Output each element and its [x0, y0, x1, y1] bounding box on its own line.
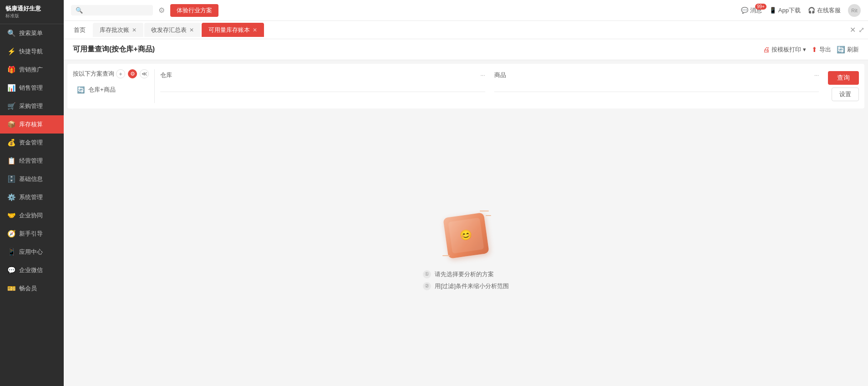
tip-text-1: 请先选择要分析的方案	[435, 270, 494, 278]
tip-number-1: ①	[423, 270, 431, 278]
filter-area: 按以下方案查询 ＋ ⚙ ≪ 🔄 仓库+商品 仓库 ···	[67, 64, 864, 108]
sidebar: 畅康通好生意 标准版 🔍 搜索菜单 ⚡ 快捷导航 🎁 营销推广 📊 销售管理 🛒…	[0, 0, 64, 386]
sidebar-item-purchase[interactable]: 🛒 采购管理	[0, 97, 64, 115]
sidebar-item-base[interactable]: 🗄️ 基础信息	[0, 170, 64, 188]
sidebar-icon-shortcut: ⚡	[7, 47, 15, 56]
product-filter-field: 商品 ···	[494, 71, 819, 92]
query-button[interactable]: 查询	[828, 71, 859, 85]
sidebar-icon-membership: 🎫	[7, 284, 15, 293]
settings-gear-icon[interactable]: ⚙	[158, 6, 165, 15]
logo-title: 畅康通好生意	[5, 5, 58, 13]
tab-receive-summary[interactable]: 收发存汇总表✕	[144, 23, 201, 37]
refresh-button[interactable]: 🔄 刷新	[837, 46, 859, 54]
collapse-scheme-button[interactable]: ≪	[140, 69, 149, 78]
filter-fields: 仓库 ··· 商品 ··· 查询 设置	[160, 69, 859, 103]
sidebar-item-search[interactable]: 🔍 搜索菜单	[0, 24, 64, 42]
sidebar-item-system[interactable]: ⚙️ 系统管理	[0, 188, 64, 206]
sidebar-item-inventory[interactable]: 📦 库存核算	[0, 115, 64, 134]
sidebar-item-sales[interactable]: 📊 销售管理	[0, 79, 64, 97]
warehouse-input[interactable]	[160, 81, 485, 92]
sidebar-icon-operation: 📋	[7, 157, 15, 165]
sidebar-icon-search: 🔍	[7, 29, 15, 37]
sidebar-icon-marketing-promote: 🎁	[7, 66, 15, 74]
main-content: 🔍 ⚙ 体验行业方案 💬 消息 99+ 📱 App下载 🎧 在线客服 Rit	[64, 0, 868, 386]
sidebar-item-marketing-promote[interactable]: 🎁 营销推广	[0, 61, 64, 79]
tab-available-ledger[interactable]: 可用量库存账本✕	[202, 23, 264, 37]
page-body: 可用量查询(按仓库+商品) 🖨 按模板打印 ▾ ⬆ 导出 🔄 刷新	[64, 39, 868, 386]
tab-close-batch-account[interactable]: ✕	[132, 27, 137, 33]
sidebar-item-finance[interactable]: 💰 资金管理	[0, 134, 64, 152]
tab-close-receive-summary[interactable]: ✕	[189, 27, 194, 33]
sidebar-label-shortcut: 快捷导航	[19, 47, 43, 56]
trial-button[interactable]: 体验行业方案	[170, 4, 218, 17]
tab-home[interactable]: 首页	[67, 23, 92, 37]
sidebar-icon-enterprise: 🤝	[7, 211, 15, 220]
sidebar-label-operation: 经营管理	[19, 157, 43, 165]
message-icon: 💬	[741, 7, 748, 14]
user-avatar[interactable]: Rit	[848, 4, 861, 17]
empty-state: 😊 ① 请先选择要分析的方案 ② 用[过滤]条件来缩小分析范围	[64, 112, 868, 386]
tab-label-batch-account: 库存批次账	[100, 26, 129, 34]
app-download-button[interactable]: 📱 App下载	[769, 6, 801, 15]
print-button[interactable]: 🖨 按模板打印 ▾	[763, 46, 806, 54]
sidebar-label-finance: 资金管理	[19, 139, 43, 147]
sidebar-icon-inventory: 📦	[7, 120, 15, 129]
sidebar-label-wechat: 企业微信	[19, 266, 43, 274]
logo-sub: 标准版	[5, 13, 58, 19]
filter-schemes-label: 按以下方案查询	[73, 70, 114, 78]
search-icon: 🔍	[76, 7, 83, 14]
empty-tip-1: ① 请先选择要分析的方案	[423, 270, 509, 278]
empty-state-tips: ① 请先选择要分析的方案 ② 用[过滤]条件来缩小分析范围	[423, 270, 509, 290]
maximize-tab-button[interactable]: ⤢	[858, 26, 864, 34]
warehouse-label-text: 仓库	[160, 71, 172, 79]
scheme-warehouse-product[interactable]: 🔄 仓库+商品	[73, 83, 149, 97]
print-label: 按模板打印	[772, 46, 801, 54]
product-field-label: 商品 ···	[494, 71, 819, 79]
service-icon: 🎧	[808, 7, 815, 14]
sidebar-item-membership[interactable]: 🎫 畅会员	[0, 279, 64, 298]
sidebar-scroll: 🔍 搜索菜单 ⚡ 快捷导航 🎁 营销推广 📊 销售管理 🛒 采购管理 📦 库存核…	[0, 24, 64, 386]
sidebar-item-enterprise[interactable]: 🤝 企业协同	[0, 206, 64, 225]
tab-label-home: 首页	[74, 26, 86, 34]
topbar-search-box: 🔍	[71, 5, 153, 15]
messages-button[interactable]: 💬 消息 99+	[741, 6, 762, 15]
sidebar-item-operation[interactable]: 📋 经营管理	[0, 152, 64, 170]
sidebar-label-search: 搜索菜单	[19, 29, 43, 37]
scheme-label: 仓库+商品	[88, 86, 116, 94]
app-icon: 📱	[769, 7, 777, 14]
app-download-label: App下载	[778, 6, 801, 15]
sidebar-label-sales: 销售管理	[19, 84, 43, 92]
product-input[interactable]	[494, 81, 819, 92]
sidebar-item-wechat[interactable]: 💬 企业微信	[0, 261, 64, 279]
sidebar-item-shortcut[interactable]: ⚡ 快捷导航	[0, 42, 64, 61]
warehouse-more-button[interactable]: ···	[480, 72, 485, 78]
tab-batch-account[interactable]: 库存批次账✕	[93, 23, 143, 37]
export-button[interactable]: ⬆ 导出	[812, 46, 831, 54]
sidebar-icon-app-center: 📱	[7, 248, 15, 256]
filter-schemes-header: 按以下方案查询 ＋ ⚙ ≪	[73, 69, 149, 78]
product-more-button[interactable]: ···	[814, 72, 819, 78]
sidebar-label-enterprise: 企业协同	[19, 211, 43, 220]
warehouse-field-label: 仓库 ···	[160, 71, 485, 79]
page-header-actions: 🖨 按模板打印 ▾ ⬆ 导出 🔄 刷新	[763, 46, 859, 54]
add-scheme-button[interactable]: ＋	[116, 69, 125, 78]
product-label-text: 商品	[494, 71, 506, 79]
sidebar-label-marketing-promote: 营销推广	[19, 66, 43, 74]
settings-button[interactable]: 设置	[832, 87, 859, 101]
online-service-button[interactable]: 🎧 在线客服	[808, 6, 841, 15]
topbar: 🔍 ⚙ 体验行业方案 💬 消息 99+ 📱 App下载 🎧 在线客服 Rit	[64, 0, 868, 21]
sidebar-item-app-center[interactable]: 📱 应用中心	[0, 243, 64, 261]
scheme-icon: 🔄	[76, 86, 85, 94]
sidebar-label-system: 系统管理	[19, 193, 43, 201]
page-title: 可用量查询(按仓库+商品)	[73, 45, 155, 54]
messages-badge: 99+	[755, 4, 766, 10]
search-input[interactable]	[86, 7, 140, 14]
close-tab-button[interactable]: ✕	[850, 26, 856, 34]
export-label: 导出	[819, 46, 831, 54]
sidebar-item-newbie[interactable]: 🧭 新手引导	[0, 225, 64, 243]
sidebar-icon-newbie: 🧭	[7, 230, 15, 238]
sidebar-icon-finance: 💰	[7, 139, 15, 147]
sidebar-label-app-center: 应用中心	[19, 248, 43, 256]
tab-close-available-ledger[interactable]: ✕	[253, 27, 257, 33]
settings-scheme-button[interactable]: ⚙	[128, 69, 137, 78]
